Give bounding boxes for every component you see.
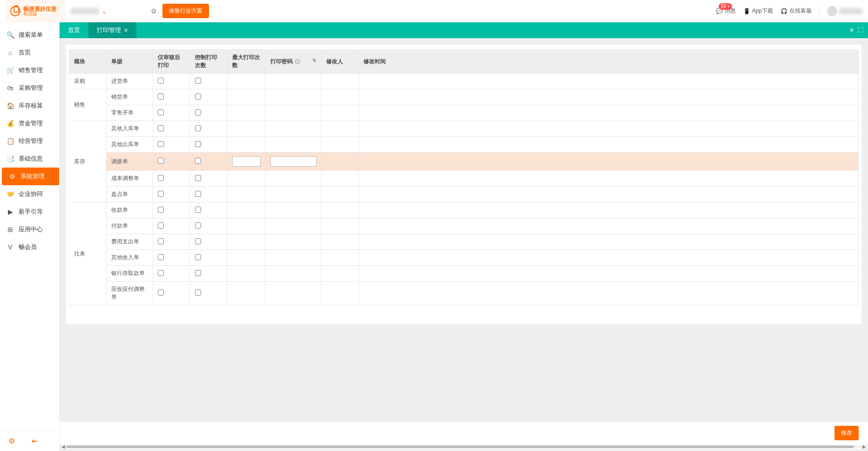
sidebar-item-member[interactable]: V畅会员 bbox=[0, 238, 59, 256]
ctrl-count-checkbox[interactable] bbox=[195, 238, 201, 244]
print-pwd-input[interactable] bbox=[270, 156, 316, 167]
ctrl-count-cell bbox=[190, 266, 228, 282]
horizontal-scrollbar[interactable]: ◀ ▶ bbox=[66, 444, 861, 449]
sidebar-item-baseinfo[interactable]: 📑基础信息 bbox=[0, 150, 59, 168]
audit-print-checkbox[interactable] bbox=[158, 175, 164, 181]
sidebar-item-collab[interactable]: 🤝企业协同 bbox=[0, 185, 59, 203]
gear-icon[interactable]: ⚙ bbox=[151, 7, 157, 15]
ctrl-count-checkbox[interactable] bbox=[195, 270, 201, 276]
table-row: 库存其他入库单 bbox=[69, 121, 859, 137]
close-all-icon[interactable]: ✕ bbox=[849, 27, 854, 34]
sidebar-item-operations[interactable]: 📋经营管理 bbox=[0, 132, 59, 150]
mod-time-cell bbox=[359, 234, 859, 250]
ctrl-count-checkbox[interactable] bbox=[195, 141, 201, 147]
sidebar-item-guide[interactable]: ▶新手引导 bbox=[0, 203, 59, 221]
table-row: 调拨单 bbox=[69, 153, 859, 171]
org-selector[interactable]: ⌄ bbox=[71, 7, 145, 15]
ctrl-count-checkbox[interactable] bbox=[195, 158, 201, 164]
ctrl-count-checkbox[interactable] bbox=[195, 94, 201, 100]
audit-print-checkbox[interactable] bbox=[158, 78, 164, 84]
audit-print-cell bbox=[153, 153, 190, 171]
print-pwd-cell bbox=[266, 187, 322, 202]
doc-cell: 付款单 bbox=[107, 218, 153, 234]
modifier-cell bbox=[322, 218, 359, 234]
module-cell: 库存 bbox=[69, 121, 107, 202]
ctrl-count-cell bbox=[190, 250, 228, 266]
baseinfo-icon: 📑 bbox=[7, 155, 14, 162]
audit-print-checkbox[interactable] bbox=[158, 109, 164, 115]
ctrl-count-cell bbox=[190, 187, 228, 202]
sidebar-item-appcenter[interactable]: ⊞应用中心 bbox=[0, 221, 59, 238]
divider bbox=[819, 7, 820, 15]
collapse-icon[interactable]: ⇤ bbox=[32, 437, 38, 445]
audit-print-checkbox[interactable] bbox=[158, 94, 164, 100]
audit-print-checkbox[interactable] bbox=[158, 125, 164, 131]
sidebar-item-search-menu[interactable]: 🔍搜索菜单 bbox=[0, 26, 59, 44]
sidebar-item-purchase[interactable]: 🛍采购管理 bbox=[0, 79, 59, 97]
ctrl-count-checkbox[interactable] bbox=[195, 207, 201, 213]
settings-icon[interactable]: ⚙ bbox=[8, 437, 15, 445]
max-count-cell bbox=[228, 74, 266, 89]
scroll-right-icon[interactable]: ▶ bbox=[862, 444, 866, 449]
edit-icon[interactable]: ✎ bbox=[312, 58, 316, 64]
sidebar-item-home[interactable]: ⌂首页 bbox=[0, 44, 59, 61]
mod-time-cell bbox=[359, 89, 859, 105]
audit-print-checkbox[interactable] bbox=[158, 207, 164, 213]
user-menu[interactable] bbox=[827, 6, 862, 16]
tab-label: 打印管理 bbox=[97, 26, 121, 34]
main: 首页打印管理✕ ✕ ⛶ 模块 bbox=[60, 22, 868, 451]
audit-print-checkbox[interactable] bbox=[158, 141, 164, 147]
tab-打印管理[interactable]: 打印管理✕ bbox=[88, 22, 136, 38]
audit-print-checkbox[interactable] bbox=[158, 222, 164, 229]
col-mod-time: 修改时间 bbox=[359, 50, 859, 74]
modifier-cell bbox=[322, 121, 359, 137]
audit-print-cell bbox=[153, 202, 190, 218]
ctrl-count-checkbox[interactable] bbox=[195, 175, 201, 181]
doc-cell: 收款单 bbox=[107, 202, 153, 218]
sidebar-item-funds[interactable]: 💰资金管理 bbox=[0, 114, 59, 132]
max-count-input[interactable] bbox=[232, 156, 261, 167]
sidebar-item-label: 应用中心 bbox=[19, 225, 43, 234]
audit-print-checkbox[interactable] bbox=[158, 270, 164, 276]
fullscreen-icon[interactable]: ⛶ bbox=[858, 27, 863, 34]
messages-button[interactable]: 💬 99 + 消息 bbox=[716, 7, 736, 15]
table-row: 盘点单 bbox=[69, 187, 859, 202]
ctrl-count-checkbox[interactable] bbox=[195, 289, 201, 296]
audit-print-checkbox[interactable] bbox=[158, 254, 164, 260]
save-button[interactable]: 保存 bbox=[834, 426, 859, 440]
logo-title: 畅捷通好生意 bbox=[23, 6, 57, 12]
ctrl-count-checkbox[interactable] bbox=[195, 191, 201, 197]
ctrl-count-cell bbox=[190, 89, 228, 105]
ctrl-count-checkbox[interactable] bbox=[195, 78, 201, 84]
audit-print-checkbox[interactable] bbox=[158, 289, 164, 296]
help-icon[interactable]: ⓘ bbox=[295, 59, 300, 64]
scroll-left-icon[interactable]: ◀ bbox=[61, 444, 65, 449]
audit-print-checkbox[interactable] bbox=[158, 158, 164, 164]
col-module: 模块 bbox=[69, 50, 107, 74]
online-service-button[interactable]: 🎧 在线客服 bbox=[781, 7, 812, 15]
avatar bbox=[827, 6, 837, 16]
tab-首页[interactable]: 首页 bbox=[60, 22, 88, 38]
max-count-cell bbox=[228, 89, 266, 105]
sidebar-item-inventory[interactable]: 🏠库存核算 bbox=[0, 97, 59, 114]
print-settings-table: 模块 单据 仅审核后打印 控制打印次数 最大打印次数 打印密码 ⓘ ✎ bbox=[69, 49, 859, 305]
ctrl-count-checkbox[interactable] bbox=[195, 222, 201, 229]
col-audit-print: 仅审核后打印 bbox=[153, 50, 190, 74]
audit-print-checkbox[interactable] bbox=[158, 238, 164, 244]
industry-plan-button[interactable]: 体验行业方案 bbox=[162, 4, 209, 18]
sidebar: 🔍搜索菜单⌂首页🛒销售管理🛍采购管理🏠库存核算💰资金管理📋经营管理📑基础信息⚙系… bbox=[0, 22, 60, 451]
doc-cell: 调拨单 bbox=[107, 153, 153, 171]
body: 🔍搜索菜单⌂首页🛒销售管理🛍采购管理🏠库存核算💰资金管理📋经营管理📑基础信息⚙系… bbox=[0, 22, 868, 451]
ctrl-count-cell bbox=[190, 121, 228, 137]
ctrl-count-checkbox[interactable] bbox=[195, 109, 201, 115]
audit-print-checkbox[interactable] bbox=[158, 191, 164, 197]
close-icon[interactable]: ✕ bbox=[124, 27, 128, 34]
logo-subtitle: 精选版 bbox=[23, 12, 57, 16]
scroll-thumb[interactable] bbox=[66, 445, 854, 448]
app-download-button[interactable]: 📱 App下载 bbox=[743, 7, 773, 15]
mod-time-cell bbox=[359, 121, 859, 137]
ctrl-count-checkbox[interactable] bbox=[195, 254, 201, 260]
ctrl-count-checkbox[interactable] bbox=[195, 125, 201, 131]
sidebar-item-system[interactable]: ⚙系统管理 bbox=[2, 168, 59, 185]
sidebar-item-sales[interactable]: 🛒销售管理 bbox=[0, 61, 59, 79]
